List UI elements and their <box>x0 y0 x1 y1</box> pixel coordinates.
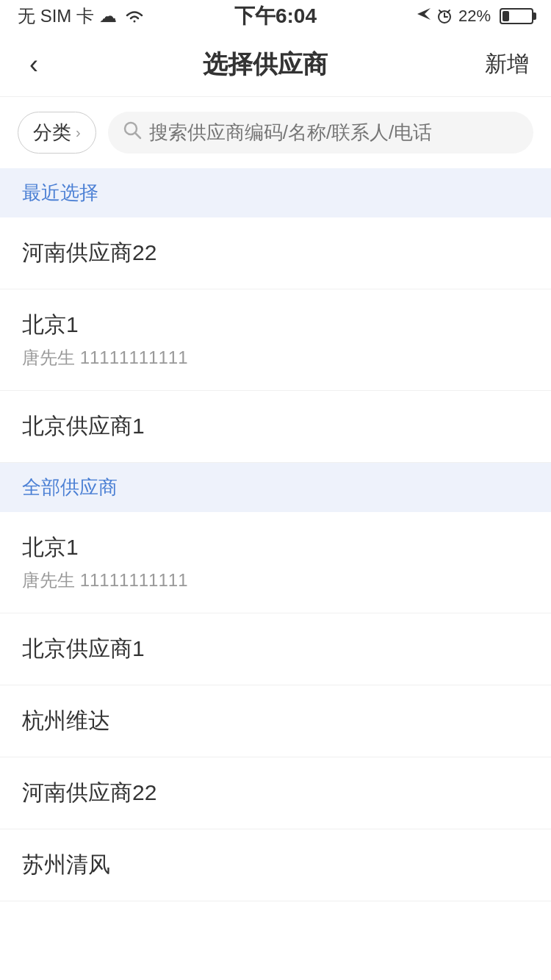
filter-bar: 分类 › <box>0 97 551 168</box>
supplier-name: 河南供应商22 <box>22 238 529 268</box>
list-item[interactable]: 河南供应商22 <box>0 217 551 289</box>
chevron-right-icon: › <box>76 124 81 141</box>
list-item[interactable]: 河南供应商22 <box>0 757 551 829</box>
list-item[interactable]: 北京供应商1 <box>0 613 551 685</box>
recent-section-header: 最近选择 <box>0 168 551 217</box>
status-right: 22% <box>417 7 533 26</box>
new-action-button[interactable]: 新增 <box>485 49 529 79</box>
search-box <box>108 112 533 154</box>
svg-marker-0 <box>417 8 431 20</box>
alarm-icon <box>436 8 453 24</box>
category-label: 分类 <box>33 120 71 145</box>
supplier-name: 北京供应商1 <box>22 411 529 442</box>
status-time: 下午6:04 <box>234 2 317 30</box>
svg-line-4 <box>439 10 442 12</box>
all-supplier-list: 北京1唐先生 11111111111北京供应商1杭州维达河南供应商22苏州清风 <box>0 512 551 901</box>
status-bar: 无 SIM 卡 ☁ 下午6:04 22% <box>0 0 551 32</box>
list-item[interactable]: 北京1唐先生 11111111111 <box>0 289 551 391</box>
location-icon <box>417 8 431 24</box>
category-button[interactable]: 分类 › <box>18 112 96 154</box>
svg-line-5 <box>447 10 450 12</box>
wifi-icon <box>124 8 145 24</box>
supplier-name: 北京1 <box>22 310 529 340</box>
svg-line-7 <box>135 133 140 138</box>
search-input[interactable] <box>149 121 519 144</box>
supplier-name: 河南供应商22 <box>22 778 529 808</box>
status-left: 无 SIM 卡 ☁ <box>18 4 145 28</box>
supplier-name: 北京供应商1 <box>22 634 529 664</box>
list-item[interactable]: 北京1唐先生 11111111111 <box>0 512 551 613</box>
battery-icon <box>500 8 533 24</box>
supplier-name: 苏州清风 <box>22 850 529 880</box>
nav-bar: ‹ 选择供应商 新增 <box>0 32 551 97</box>
battery-percent: 22% <box>458 7 491 26</box>
recent-supplier-list: 河南供应商22北京1唐先生 11111111111北京供应商1 <box>0 217 551 463</box>
supplier-contact: 唐先生 11111111111 <box>22 569 529 592</box>
page-title: 选择供应商 <box>203 48 328 82</box>
sim-label: 无 SIM 卡 ☁ <box>18 4 117 28</box>
supplier-name: 北京1 <box>22 533 529 563</box>
all-section-header: 全部供应商 <box>0 463 551 512</box>
back-button[interactable]: ‹ <box>22 42 46 87</box>
list-item[interactable]: 北京供应商1 <box>0 391 551 463</box>
supplier-contact: 唐先生 11111111111 <box>22 346 529 370</box>
search-icon <box>123 120 142 145</box>
list-item[interactable]: 杭州维达 <box>0 685 551 757</box>
list-item[interactable]: 苏州清风 <box>0 829 551 901</box>
supplier-name: 杭州维达 <box>22 706 529 736</box>
